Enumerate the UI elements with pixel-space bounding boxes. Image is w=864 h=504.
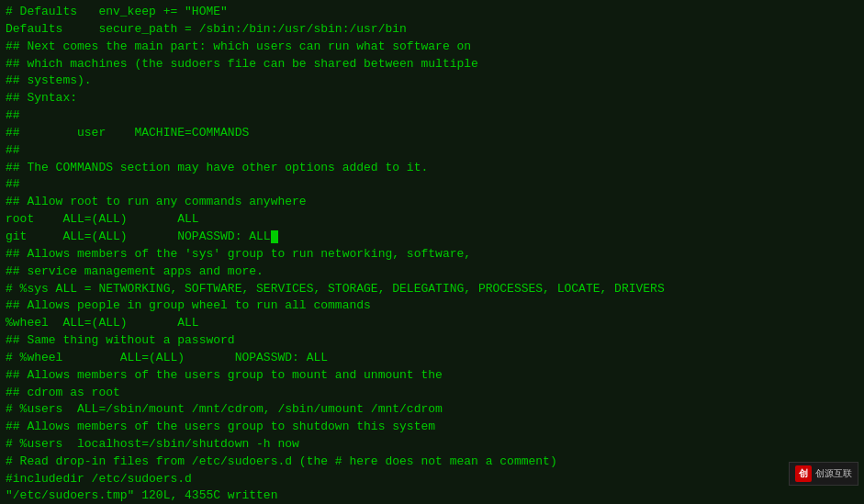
terminal-line: ## user MACHINE=COMMANDS [6, 125, 858, 142]
terminal-line: ## The COMMANDS section may have other o… [6, 160, 858, 177]
terminal-line: ## systems). [6, 73, 858, 90]
terminal-line: # Defaults env_keep += "HOME" [6, 4, 858, 21]
terminal-line: # Read drop-in files from /etc/sudoers.d… [6, 454, 858, 471]
terminal-line: git ALL=(ALL) NOPASSWD: ALL [6, 229, 858, 246]
terminal-line: ## which machines (the sudoers file can … [6, 56, 858, 73]
terminal-line: ## Syntax: [6, 90, 858, 107]
terminal-line: ## [6, 142, 858, 160]
terminal-line: # %users localhost=/sbin/shutdown -h now [6, 436, 858, 454]
terminal-line: ## [6, 107, 858, 125]
terminal-line: %wheel ALL=(ALL) ALL [6, 315, 858, 332]
terminal-line: ## Allows members of the users group to … [6, 419, 858, 436]
terminal-line: ## cdrom as root [6, 385, 858, 402]
terminal-line: ## service management apps and more. [6, 263, 858, 281]
watermark-label: 创源互联 [815, 467, 852, 480]
terminal-line: #includedir /etc/sudoers.d [6, 471, 858, 488]
watermark-icon: 创 [795, 465, 812, 482]
terminal-line: root ALL=(ALL) ALL [6, 211, 858, 229]
text-cursor [271, 230, 278, 243]
terminal-line: # %users ALL=/sbin/mount /mnt/cdrom, /sb… [6, 401, 858, 419]
terminal-line: ## Allows people in group wheel to run a… [6, 297, 858, 315]
terminal-line: # %wheel ALL=(ALL) NOPASSWD: ALL [6, 350, 858, 367]
terminal-line: ## Allow root to run any commands anywhe… [6, 194, 858, 211]
terminal-line: ## [6, 176, 858, 194]
terminal-line: # %sys ALL = NETWORKING, SOFTWARE, SERVI… [6, 281, 858, 298]
terminal-line: ## Allows members of the 'sys' group to … [6, 246, 858, 263]
terminal-line: ## Next comes the main part: which users… [6, 39, 858, 56]
terminal-line: ## Allows members of the users group to … [6, 367, 858, 385]
status-bar: "/etc/sudoers.tmp" 120L, 4355C written [0, 487, 864, 504]
terminal: # Defaults env_keep += "HOME"Defaults se… [0, 0, 864, 504]
terminal-line: ## Same thing without a password [6, 332, 858, 350]
terminal-line: Defaults secure_path = /sbin:/bin:/usr/s… [6, 21, 858, 39]
watermark: 创 创源互联 [789, 462, 858, 486]
